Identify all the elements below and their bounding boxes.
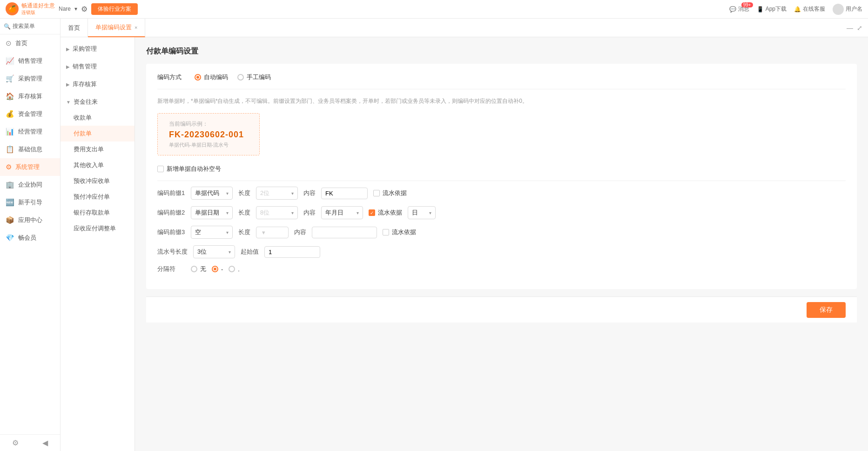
sidebar-item-inventory[interactable]: 🏠 库存核算	[0, 88, 60, 105]
purchase-icon: 🛒	[6, 74, 14, 83]
auto-code-option[interactable]: 自动编码	[195, 73, 228, 81]
service-icon: 🔔	[794, 6, 801, 13]
sep-dash-radio[interactable]	[212, 266, 218, 272]
start-value-input[interactable]	[264, 246, 320, 258]
separator-radios: 无 - .	[191, 265, 240, 273]
auto-code-radio[interactable]	[195, 74, 201, 81]
serial2-checkbox[interactable]	[369, 209, 375, 216]
serial3-group: 流水依据	[383, 228, 416, 236]
sec-leaf-bank[interactable]: 银行存取款单	[61, 205, 135, 221]
tab-home[interactable]: 首页	[61, 19, 88, 37]
message-button[interactable]: 💬 消息 99+	[729, 5, 749, 13]
length2-select[interactable]: 8位 ▾	[256, 206, 298, 219]
online-service-button[interactable]: 🔔 在线客服	[794, 5, 825, 13]
serial1-checkbox[interactable]	[373, 190, 380, 196]
content1-input[interactable]	[321, 188, 368, 199]
serial3-checkbox[interactable]	[383, 229, 389, 236]
user-avatar[interactable]: 用户名	[833, 4, 862, 15]
sep-none-radio[interactable]	[191, 266, 197, 272]
content2-select[interactable]: 年月日 ▾	[321, 206, 363, 219]
sidebar-search[interactable]: 🔍 搜索菜单	[0, 19, 60, 34]
sec-group-sales-title[interactable]: ▶ 销售管理	[61, 59, 135, 74]
manual-code-option[interactable]: 手工编码	[237, 73, 271, 81]
prefix3-select[interactable]: 空 ▾	[191, 226, 233, 239]
prefix1-arrow-icon: ▾	[226, 191, 229, 196]
sidebar-item-system[interactable]: ⚙ 系统管理	[0, 158, 60, 176]
content3-label: 内容	[294, 228, 306, 236]
tab-minimize-icon[interactable]: —	[847, 24, 853, 32]
appstore-icon: 📦	[6, 216, 14, 224]
promo-button[interactable]: 体验行业方案	[91, 3, 138, 15]
serial-length-row: 流水号长度 3位 ▾ 起始值	[157, 245, 846, 258]
nav-arrow-icon[interactable]: ▾	[74, 6, 77, 12]
tab-maximize-icon[interactable]: ⤢	[857, 24, 862, 32]
length1-label: 长度	[238, 189, 250, 197]
sales-icon: 📈	[6, 57, 14, 65]
sec-leaf-expense[interactable]: 费用支出单	[61, 141, 135, 157]
sidebar-settings-icon[interactable]: ⚙	[12, 438, 19, 447]
prefix-row-2: 编码前缀2 单据日期 ▾ 长度 8位 ▾ 内容 年月日	[157, 206, 846, 219]
length2-value: 8位	[260, 209, 269, 217]
sidebar-item-home[interactable]: ⊙ 首页	[0, 34, 60, 52]
app-logo: 🍊 畅通道好生意 连锁版	[6, 2, 55, 15]
serial2-unit-arrow-icon: ▾	[429, 210, 431, 215]
sec-leaf-prepay-pay[interactable]: 预付冲应付单	[61, 189, 135, 205]
secondary-sidebar: ▶ 采购管理 ▶ 销售管理 ▶ 库存核算	[61, 37, 135, 451]
length1-value: 2位	[260, 189, 269, 197]
sep-dot-option[interactable]: .	[229, 266, 240, 273]
sidebar-item-enterprise[interactable]: 🏢 企业协同	[0, 176, 60, 194]
content3-input[interactable]	[312, 227, 377, 238]
serial2-unit-select[interactable]: 日 ▾	[408, 206, 436, 219]
serial-length-select[interactable]: 3位 ▾	[193, 245, 235, 258]
sec-leaf-reconcile[interactable]: 应收应付调整单	[61, 221, 135, 236]
length3-label: 长度	[238, 228, 250, 236]
sidebar-item-operation[interactable]: 📊 经营管理	[0, 123, 60, 141]
sidebar-item-appstore[interactable]: 📦 应用中心	[0, 211, 60, 229]
prefix2-select[interactable]: 单据日期 ▾	[191, 206, 233, 219]
tab-close-icon[interactable]: ×	[135, 25, 137, 30]
length3-select[interactable]: ▾	[256, 227, 289, 238]
sidebar-item-finance[interactable]: 💰 资金管理	[0, 105, 60, 123]
serial-length-arrow-icon: ▾	[229, 249, 231, 255]
sec-group-finance-title[interactable]: ▼ 资金往来	[61, 94, 135, 110]
sidebar-item-member[interactable]: 💎 畅会员	[0, 229, 60, 247]
arrow-icon: ▶	[66, 64, 70, 69]
tab-bar-actions: — ⤢	[847, 24, 868, 32]
sep-none-label: 无	[200, 265, 206, 273]
settings-icon[interactable]: ⚙	[81, 5, 87, 13]
serial2-group: 流水依据	[369, 209, 402, 217]
app-download-button[interactable]: 📱 App下载	[757, 5, 787, 13]
tab-encode-settings[interactable]: 单据编码设置 ×	[88, 19, 145, 37]
length1-select[interactable]: 2位 ▾	[256, 187, 298, 200]
sidebar-item-guide[interactable]: 🆕 新手引导	[0, 194, 60, 211]
start-value-label: 起始值	[241, 248, 259, 256]
prefix1-select[interactable]: 单据代码 ▾	[191, 187, 233, 200]
sidebar-item-basic[interactable]: 📋 基础信息	[0, 141, 60, 158]
sec-group-inventory: ▶ 库存核算	[61, 76, 135, 92]
separator-label: 分隔符	[157, 265, 185, 273]
sec-leaf-other-income[interactable]: 其他收入单	[61, 157, 135, 173]
arrow-icon: ▶	[66, 82, 70, 87]
sec-group-purchase-title[interactable]: ▶ 采购管理	[61, 41, 135, 57]
sep-dot-radio[interactable]	[229, 266, 235, 272]
prefix3-value: 空	[195, 228, 201, 236]
sep-none-option[interactable]: 无	[191, 265, 206, 273]
sec-leaf-receipt[interactable]: 收款单	[61, 110, 135, 126]
length3-arrow-icon: ▾	[262, 229, 265, 236]
enterprise-icon: 🏢	[6, 181, 14, 189]
code-preview-box: 当前编码示例： FK-20230602-001 单据代码-单据日期-流水号	[157, 113, 260, 155]
top-bar-right: 💬 消息 99+ 📱 App下载 🔔 在线客服 用户名	[729, 4, 862, 15]
sidebar-collapse-icon[interactable]: ◀	[42, 438, 48, 447]
sep-dash-option[interactable]: -	[212, 266, 223, 273]
sec-leaf-prepay-receive[interactable]: 预收冲应收单	[61, 173, 135, 189]
system-icon: ⚙	[6, 163, 12, 171]
sec-group-inventory-title[interactable]: ▶ 库存核算	[61, 76, 135, 92]
sidebar-item-purchase[interactable]: 🛒 采购管理	[0, 70, 60, 88]
content2-value: 年月日	[325, 209, 343, 217]
auto-fill-checkbox[interactable]	[157, 166, 164, 172]
save-button[interactable]: 保存	[807, 302, 846, 318]
prefix3-arrow-icon: ▾	[226, 230, 229, 235]
sidebar-item-sales[interactable]: 📈 销售管理	[0, 52, 60, 70]
sec-leaf-payment[interactable]: 付款单	[61, 126, 135, 141]
manual-code-radio[interactable]	[237, 74, 244, 81]
